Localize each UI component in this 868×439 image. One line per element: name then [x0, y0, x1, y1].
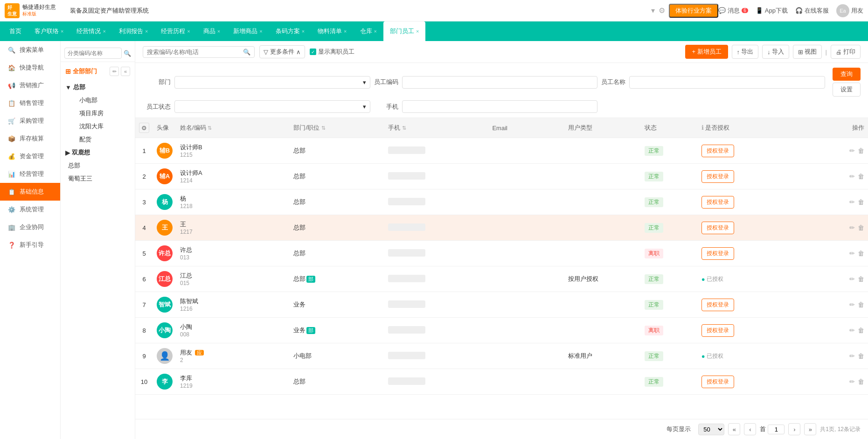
edit-icon[interactable]: ✏ [849, 275, 855, 283]
col-settings[interactable]: ⚙ [135, 118, 153, 138]
col-dept[interactable]: 部门/职位 ⇅ [290, 118, 384, 138]
sidebar-item-guide[interactable]: ❓ 新手引导 [0, 236, 60, 254]
more-filter-button[interactable]: ▽ 更多条件 ∧ [259, 45, 305, 58]
dept-item-xiaodiandept[interactable]: 小电部 [64, 94, 135, 107]
close-icon[interactable]: × [103, 28, 105, 34]
filter-phone-input[interactable] [402, 100, 598, 113]
close-icon[interactable]: × [416, 28, 419, 34]
dept-collapse-icon[interactable]: « [121, 67, 130, 76]
close-icon[interactable]: × [61, 28, 63, 34]
edit-icon[interactable]: ✏ [849, 224, 855, 231]
tab-profit[interactable]: 利润报告× [112, 21, 154, 41]
last-page-button[interactable]: » [804, 423, 816, 435]
sidebar-item-purchase[interactable]: 🛒 采购管理 [0, 112, 60, 130]
filter-settings-button[interactable]: 设置 [833, 83, 861, 97]
online-service-button[interactable]: 🎧 在线客服 [795, 7, 829, 15]
close-icon[interactable]: × [374, 28, 377, 34]
delete-icon[interactable]: 🗑 [858, 198, 864, 206]
next-page-button[interactable]: › [788, 423, 800, 435]
delete-icon[interactable]: 🗑 [858, 275, 864, 283]
tab-customer[interactable]: 客户联络× [28, 21, 70, 41]
tab-history[interactable]: 经营历程× [154, 21, 196, 41]
dept-search-icon[interactable]: 🔍 [124, 50, 131, 57]
sidebar-item-quicknav[interactable]: 🏠 快捷导航 [0, 59, 60, 77]
filter-empcode-input[interactable] [402, 76, 598, 89]
sidebar-item-finance[interactable]: 💰 资金管理 [0, 147, 60, 165]
sidebar-item-operation[interactable]: 📊 经营管理 [0, 165, 60, 183]
gear-icon[interactable]: ⚙ [659, 6, 665, 15]
close-icon[interactable]: × [187, 28, 190, 34]
edit-icon[interactable]: ✏ [849, 327, 855, 334]
auth-button[interactable]: 授权登录 [701, 222, 734, 234]
first-page-button[interactable]: « [728, 423, 740, 435]
import-button[interactable]: ↓ 导入 [762, 45, 789, 59]
auth-button[interactable]: 授权登录 [701, 145, 734, 157]
close-icon[interactable]: × [259, 28, 262, 34]
edit-icon[interactable]: ✏ [849, 198, 855, 206]
sidebar-item-corp[interactable]: 🏢 企业协同 [0, 218, 60, 236]
delete-icon[interactable]: 🗑 [858, 250, 864, 257]
print-button[interactable]: 🖨 打印 [831, 45, 861, 59]
col-name[interactable]: 姓名/编码 ⇅ [176, 118, 290, 138]
message-button[interactable]: 💬 消息 6 [718, 7, 748, 15]
tab-home[interactable]: 首页 [3, 21, 28, 41]
col-settings-gear[interactable]: ⚙ [139, 123, 149, 133]
col-phone[interactable]: 手机 ⇅ [384, 118, 488, 138]
delete-icon[interactable]: 🗑 [858, 301, 864, 308]
close-icon[interactable]: × [302, 28, 305, 34]
edit-icon[interactable]: ✏ [849, 147, 855, 154]
dept-item-zongbu2[interactable]: 总部 [61, 159, 135, 172]
auth-button[interactable]: 授权登录 [701, 247, 734, 260]
delete-icon[interactable]: 🗑 [858, 147, 864, 154]
close-icon[interactable]: × [344, 28, 347, 34]
auth-button[interactable]: 授权登录 [701, 170, 734, 183]
dept-edit-icon[interactable]: ✏ [110, 67, 119, 76]
edit-icon[interactable]: ✏ [849, 301, 855, 308]
delete-icon[interactable]: 🗑 [858, 327, 864, 334]
app-download-button[interactable]: 📱 App下载 [756, 7, 788, 15]
sidebar-item-system[interactable]: ⚙️ 系统管理 [0, 201, 60, 218]
prev-page-button[interactable]: ‹ [744, 423, 756, 435]
auth-button[interactable]: 授权登录 [701, 324, 734, 337]
edit-icon[interactable]: ✏ [849, 250, 855, 257]
dept-group-shuangshuang[interactable]: ▶ 双鹿想 [61, 146, 135, 159]
user-area[interactable]: Ea 用友 [836, 4, 863, 17]
tab-operation[interactable]: 经营情况× [70, 21, 112, 41]
views-button[interactable]: ⊞ 视图 [793, 45, 822, 59]
filter-dept-select[interactable]: ▾ [174, 76, 370, 89]
filter-status-select[interactable]: ▾ [174, 100, 370, 113]
tab-department[interactable]: 部门员工× [383, 21, 425, 41]
delete-icon[interactable]: 🗑 [858, 352, 864, 360]
sidebar-item-inventory[interactable]: 📦 库存核算 [0, 130, 60, 147]
sidebar-item-marketing[interactable]: 📢 营销推广 [0, 77, 60, 94]
auth-button[interactable]: 授权登录 [701, 299, 734, 311]
delete-icon[interactable]: 🗑 [858, 378, 864, 385]
dept-item-peihuo[interactable]: 配货 [64, 133, 135, 146]
close-icon[interactable]: × [217, 28, 220, 34]
add-employee-button[interactable]: + 新增员工 [685, 45, 728, 59]
close-icon[interactable]: × [145, 28, 148, 34]
search-input[interactable] [147, 49, 241, 56]
show-resigned-toggle[interactable]: ✓ 显示离职员工 [310, 48, 354, 56]
trial-button[interactable]: 体验行业方案 [669, 4, 718, 18]
export-button[interactable]: ↑ 导出 [732, 45, 759, 59]
tab-warehouse[interactable]: 仓库× [354, 21, 383, 41]
auth-button[interactable]: 授权登录 [701, 196, 734, 209]
dept-search-input[interactable] [64, 48, 122, 59]
edit-icon[interactable]: ✏ [849, 352, 855, 360]
sidebar-item-basic[interactable]: 📋 基础信息 [0, 183, 60, 201]
edit-icon[interactable]: ✏ [849, 173, 855, 180]
sidebar-item-search[interactable]: 🔍 搜索菜单 [0, 41, 60, 59]
filter-empname-input[interactable] [629, 76, 825, 89]
sidebar-item-sales[interactable]: 📋 销售管理 [0, 94, 60, 112]
dept-group-zongbu[interactable]: ▼ 总部 [61, 81, 135, 94]
dept-item-xiangmuku[interactable]: 项目库房 [64, 107, 135, 120]
search-button[interactable]: 查询 [833, 68, 861, 81]
delete-icon[interactable]: 🗑 [858, 173, 864, 180]
edit-icon[interactable]: ✏ [849, 378, 855, 385]
page-size-select[interactable]: 50 100 200 [698, 424, 724, 435]
tab-add-goods[interactable]: 新增商品× [227, 21, 269, 41]
tab-material[interactable]: 物料清单× [311, 21, 353, 41]
delete-icon[interactable]: 🗑 [858, 224, 864, 231]
tab-barcode[interactable]: 条码方案× [269, 21, 311, 41]
